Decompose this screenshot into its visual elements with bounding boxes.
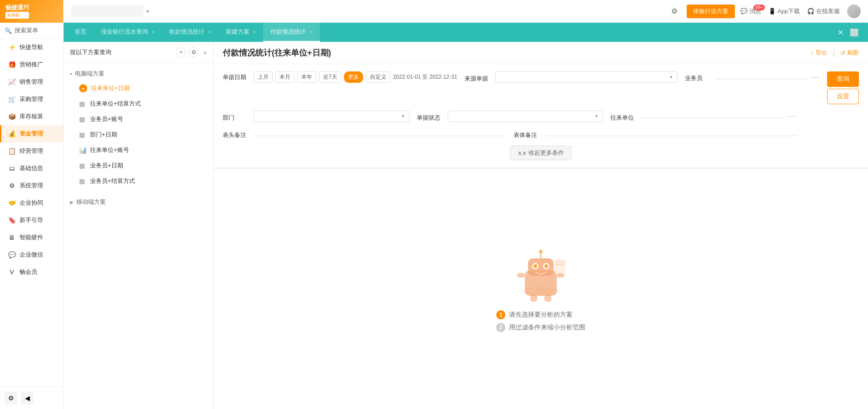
customer-service-label: 在线客服 bbox=[816, 7, 840, 15]
salesman-label: 业务员 bbox=[685, 71, 712, 82]
partner-input[interactable] bbox=[641, 114, 784, 118]
enterprise-icon: 🤝 bbox=[8, 199, 16, 207]
date-btn-7days[interactable]: 近7天 bbox=[319, 71, 341, 83]
close-tab-icon[interactable]: ✕ bbox=[836, 27, 845, 38]
sidebar-item-label: 畅会员 bbox=[20, 268, 37, 276]
tab-payment-stats[interactable]: 付款情况统计 × bbox=[263, 23, 319, 42]
guide-icon: 🔖 bbox=[8, 216, 16, 224]
sidebar-item-sales[interactable]: 📈 销售管理 bbox=[0, 73, 63, 91]
collapse-conditions-btn[interactable]: ∧∧ 收起更多条件 bbox=[510, 146, 572, 160]
sidebar-item-hardware[interactable]: 🖥 智能硬件 bbox=[0, 229, 63, 246]
tab-new-scheme-close-icon[interactable]: × bbox=[253, 29, 256, 35]
export-btn[interactable]: ↑ 导出 bbox=[811, 49, 828, 57]
address-chevron-icon[interactable]: ▾ bbox=[146, 8, 149, 15]
scheme-desktop-title[interactable]: ▾ 电脑端方案 bbox=[70, 67, 207, 81]
tab-bank-flow-close-icon[interactable]: × bbox=[152, 29, 155, 35]
scheme-collapse-btn[interactable]: « bbox=[203, 49, 207, 56]
sidebar-item-enterprise[interactable]: 🤝 企业协同 bbox=[0, 194, 63, 212]
content-area: 按以下方案查询 + ⚙ « ▾ 电脑端方案 ● 往来单位+日期 ▦ bbox=[64, 42, 868, 409]
search-menu[interactable]: 🔍 搜索菜单 bbox=[0, 23, 63, 39]
doc-status-select[interactable]: ▾ bbox=[448, 111, 604, 122]
settings-bottom-icon[interactable]: ⚙ bbox=[5, 392, 17, 404]
dept-select[interactable]: ▾ bbox=[254, 111, 409, 122]
doc-status-label: 单据状态 bbox=[417, 111, 444, 122]
scheme-item-icon: ▦ bbox=[79, 177, 86, 185]
scheme-item-label: 往来单位+账号 bbox=[90, 146, 129, 154]
maximize-icon[interactable]: ⬜ bbox=[848, 27, 861, 38]
body-note-input[interactable] bbox=[544, 132, 797, 136]
basic-info-icon: 🗂 bbox=[8, 164, 16, 172]
date-btn-last-month[interactable]: 上月 bbox=[254, 71, 273, 83]
sidebar: 畅捷通巧 标准版 🔍 搜索菜单 ⚡ 快捷导航 🎁 营销推广 📈 销售管理 🛒 采… bbox=[0, 0, 64, 409]
scheme-item-salesman-date[interactable]: ▦ 业务员+日期 bbox=[70, 158, 207, 173]
scheme-item-icon: 📊 bbox=[79, 146, 86, 154]
scheme-item-dept-date[interactable]: ▦ 部门+日期 bbox=[70, 127, 207, 142]
sidebar-item-guide[interactable]: 🔖 新手引导 bbox=[0, 212, 63, 229]
app-name: 畅捷通巧 bbox=[5, 4, 29, 11]
date-btn-more[interactable]: 更多 bbox=[344, 71, 363, 83]
app-download-btn[interactable]: 📱 App下载 bbox=[768, 7, 800, 15]
filter-area: 单据日期 上月 本月 本年 近7天 更多 自定义 2022-01-01 至 20… bbox=[214, 64, 868, 168]
sidebar-item-label: 企业微信 bbox=[20, 251, 43, 259]
header-note-label: 表头备注 bbox=[223, 128, 250, 139]
tab-receipt-stats-close-icon[interactable]: × bbox=[208, 29, 211, 35]
scheme-item-partner-account[interactable]: 📊 往来单位+账号 bbox=[70, 142, 207, 158]
mobile-section-label: 移动端方案 bbox=[76, 198, 106, 206]
capital-icon: 💰 bbox=[8, 130, 16, 138]
quick-nav-icon: ⚡ bbox=[8, 43, 16, 51]
empty-hints: 1 请先选择要分析的方案 2 用过滤条件来缩小分析范围 bbox=[496, 310, 585, 332]
inventory-icon: 📦 bbox=[8, 112, 16, 121]
messages-btn[interactable]: 💬 消息 99+ bbox=[740, 7, 761, 15]
sidebar-item-marketing[interactable]: 🎁 营销推广 bbox=[0, 56, 63, 73]
refresh-btn[interactable]: ↺ 刷新 bbox=[840, 49, 859, 57]
sidebar-item-label: 经营管理 bbox=[20, 147, 43, 155]
scheme-mobile-title[interactable]: ▶ 移动端方案 bbox=[70, 195, 207, 209]
sidebar-item-basic-info[interactable]: 🗂 基础信息 bbox=[0, 160, 63, 177]
salesman-input[interactable] bbox=[716, 75, 807, 79]
user-avatar[interactable] bbox=[847, 5, 861, 18]
settings-button[interactable]: ⚙ bbox=[668, 5, 681, 18]
scheme-item-salesman-account[interactable]: ▦ 业务员+账号 bbox=[70, 111, 207, 127]
collapse-sidebar-icon[interactable]: ◀ bbox=[21, 392, 34, 404]
query-btn[interactable]: 查询 bbox=[827, 71, 859, 87]
sidebar-item-inventory[interactable]: 📦 库存核算 bbox=[0, 108, 63, 125]
avatar-image bbox=[847, 5, 861, 18]
customer-service-btn[interactable]: 🎧 在线客服 bbox=[807, 7, 840, 15]
header-note-input[interactable] bbox=[254, 132, 506, 136]
trial-btn[interactable]: 体验行业方案 bbox=[687, 5, 735, 18]
partner-dots[interactable]: ··· bbox=[788, 111, 797, 121]
date-btn-this-month[interactable]: 本月 bbox=[275, 71, 294, 83]
setting-btn[interactable]: 设置 bbox=[827, 89, 859, 104]
tab-payment-stats-close-icon[interactable]: × bbox=[309, 29, 312, 35]
member-icon: V bbox=[8, 268, 16, 276]
topbar: ▾ ⚙ 体验行业方案 💬 消息 99+ 📱 App下载 🎧 在线客服 bbox=[64, 0, 868, 23]
scheme-add-icon[interactable]: + bbox=[176, 47, 186, 57]
app-version: 标准版 bbox=[5, 12, 29, 19]
salesman-dots[interactable]: ··· bbox=[810, 72, 820, 82]
sidebar-item-system[interactable]: ⚙ 系统管理 bbox=[0, 177, 63, 194]
tabbar: 首页 现金银行流水查询 × 收款情况统计 × 新建方案 × 付款情况统计 × ✕… bbox=[64, 23, 868, 42]
scheme-item-icon: ▦ bbox=[79, 131, 86, 138]
sidebar-bottom: ⚙ ◀ bbox=[0, 387, 63, 409]
scheme-item-salesman-settle[interactable]: ▦ 业务员+结算方式 bbox=[70, 173, 207, 189]
sidebar-item-operations[interactable]: 📋 经营管理 bbox=[0, 142, 63, 160]
scheme-item-partner-date[interactable]: ● 往来单位+日期 bbox=[70, 81, 207, 96]
tab-receipt-stats[interactable]: 收款情况统计 × bbox=[162, 23, 218, 42]
sidebar-item-member[interactable]: V 畅会员 bbox=[0, 263, 63, 281]
sidebar-item-wechat[interactable]: 💬 企业微信 bbox=[0, 246, 63, 263]
sidebar-item-quick-nav[interactable]: ⚡ 快捷导航 bbox=[0, 39, 63, 56]
date-btn-this-year[interactable]: 本年 bbox=[297, 71, 316, 83]
hardware-icon: 🖥 bbox=[8, 233, 16, 242]
sidebar-item-purchase[interactable]: 🛒 采购管理 bbox=[0, 91, 63, 108]
tab-new-scheme[interactable]: 新建方案 × bbox=[219, 23, 263, 42]
sidebar-item-label: 采购管理 bbox=[20, 95, 43, 103]
export-icon: ↑ bbox=[811, 50, 814, 56]
date-btn-custom[interactable]: 自定义 bbox=[366, 71, 390, 83]
sidebar-item-capital[interactable]: 💰 资金管理 bbox=[0, 125, 63, 142]
scheme-settings-icon[interactable]: ⚙ bbox=[189, 47, 199, 57]
scheme-item-partner-settle[interactable]: ▦ 往来单位+结算方式 bbox=[70, 96, 207, 111]
tab-home[interactable]: 首页 bbox=[67, 23, 94, 42]
refresh-label: 刷新 bbox=[847, 49, 859, 57]
tab-bank-flow[interactable]: 现金银行流水查询 × bbox=[94, 23, 162, 42]
source-select[interactable]: ▾ bbox=[495, 71, 678, 83]
